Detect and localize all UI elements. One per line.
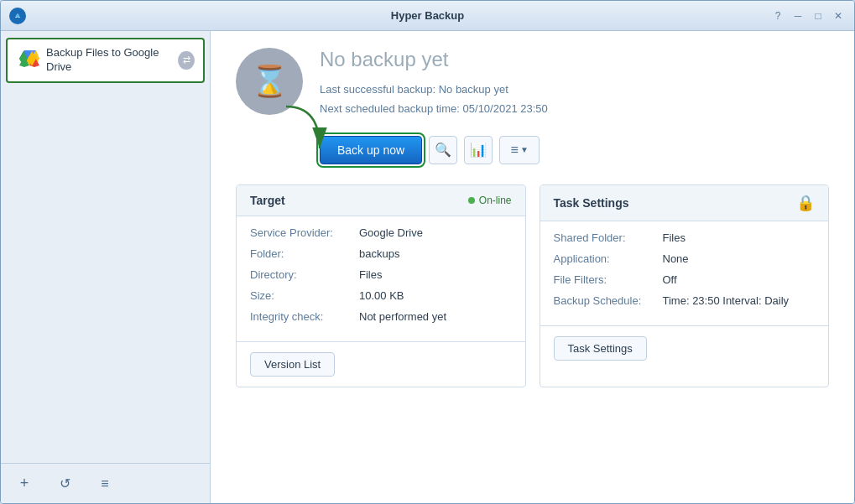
task-panel-title: Task Settings xyxy=(554,196,629,210)
next-backup-line: Next scheduled backup time: 05/10/2021 2… xyxy=(320,99,829,118)
backup-schedule-label: Backup Schedule: xyxy=(554,294,663,307)
file-filters-value: Off xyxy=(663,273,677,286)
shared-folder-label: Shared Folder: xyxy=(554,231,663,244)
sidebar-footer: + ↺ ≡ xyxy=(1,463,210,503)
sidebar-items: Backup Files to Google Drive ⇄ xyxy=(1,31,210,463)
task-panel-header: Task Settings 🔒 xyxy=(540,185,829,221)
folder-row: Folder: backups xyxy=(250,247,512,260)
online-dot xyxy=(468,197,475,204)
target-panel-header: Target On-line xyxy=(237,185,525,216)
target-panel-body: Service Provider: Google Drive Folder: b… xyxy=(237,216,525,341)
search-icon: 🔍 xyxy=(435,142,451,158)
window-controls: ? ─ □ ✕ xyxy=(770,8,846,23)
sidebar-item-google-drive[interactable]: Backup Files to Google Drive ⇄ xyxy=(6,38,205,83)
backup-info: No backup yet Last successful backup: No… xyxy=(320,48,829,119)
task-panel: Task Settings 🔒 Shared Folder: Files App… xyxy=(540,184,830,387)
online-status: On-line xyxy=(468,195,512,206)
sidebar-item-label: Backup Files to Google Drive xyxy=(46,46,171,75)
shared-folder-row: Shared Folder: Files xyxy=(554,231,816,244)
svg-point-1 xyxy=(16,14,19,18)
hourglass-icon: ⌛ xyxy=(236,48,303,115)
backup-icon-container: ⌛ xyxy=(236,48,303,115)
action-bar: Back up now 🔍 📊 ≡ ▼ xyxy=(320,136,829,164)
application-value: None xyxy=(663,252,689,265)
backup-schedule-value: Time: 23:50 Interval: Daily xyxy=(663,294,790,307)
backup-schedule-row: Backup Schedule: Time: 23:50 Interval: D… xyxy=(554,294,816,307)
next-backup-value: 05/10/2021 23:50 xyxy=(463,102,548,115)
lock-icon: 🔒 xyxy=(796,194,815,212)
directory-label: Directory: xyxy=(250,268,359,281)
chart-icon: 📊 xyxy=(470,142,487,158)
no-backup-title: No backup yet xyxy=(320,48,829,71)
content-area: ⌛ No backup yet xyxy=(211,31,854,503)
menu-icon: ≡ xyxy=(511,143,519,158)
last-backup-line: Last successful backup: No backup yet xyxy=(320,80,829,99)
integrity-value: Not performed yet xyxy=(359,310,446,323)
shared-folder-value: Files xyxy=(663,231,686,244)
help-button[interactable]: ? xyxy=(770,8,785,23)
log-button[interactable]: ≡ xyxy=(91,470,118,497)
next-backup-label: Next scheduled backup time: xyxy=(320,102,460,115)
app-window: Hyper Backup ? ─ □ ✕ xyxy=(0,0,855,504)
add-button[interactable]: + xyxy=(11,470,38,497)
task-settings-button[interactable]: Task Settings xyxy=(554,336,647,361)
application-row: Application: None xyxy=(554,252,816,265)
folder-value: backups xyxy=(359,247,399,260)
application-label: Application: xyxy=(554,252,663,265)
restore-button[interactable]: ↺ xyxy=(51,470,78,497)
menu-button[interactable]: ≡ ▼ xyxy=(499,136,540,164)
backup-header: ⌛ No backup yet xyxy=(236,48,829,119)
dropdown-icon: ▼ xyxy=(520,145,529,154)
sidebar-item-badge: ⇄ xyxy=(178,51,195,70)
target-panel-footer: Version List xyxy=(237,341,525,387)
google-drive-icon xyxy=(16,47,39,73)
service-provider-value: Google Drive xyxy=(359,226,423,239)
titlebar: Hyper Backup ? ─ □ ✕ xyxy=(1,1,854,31)
panels: Target On-line Service Provider: Google … xyxy=(236,184,829,387)
integrity-label: Integrity check: xyxy=(250,310,359,323)
directory-value: Files xyxy=(359,268,382,281)
minimize-button[interactable]: ─ xyxy=(790,8,805,23)
size-label: Size: xyxy=(250,289,359,302)
app-icon xyxy=(9,8,26,24)
maximize-button[interactable]: □ xyxy=(811,8,826,23)
last-backup-label: Last successful backup: xyxy=(320,83,435,96)
backup-meta: Last successful backup: No backup yet Ne… xyxy=(320,80,829,119)
file-filters-label: File Filters: xyxy=(554,273,663,286)
size-value: 10.00 KB xyxy=(359,289,404,302)
task-panel-body: Shared Folder: Files Application: None F… xyxy=(540,221,829,325)
target-panel: Target On-line Service Provider: Google … xyxy=(236,184,526,387)
backup-now-button[interactable]: Back up now xyxy=(320,136,422,164)
main-content: Backup Files to Google Drive ⇄ + ↺ ≡ xyxy=(1,31,854,503)
folder-label: Folder: xyxy=(250,247,359,260)
size-row: Size: 10.00 KB xyxy=(250,289,512,302)
window-title: Hyper Backup xyxy=(391,9,464,22)
svg-marker-6 xyxy=(19,65,29,67)
task-panel-footer: Task Settings xyxy=(540,325,829,371)
version-list-button[interactable]: Version List xyxy=(250,352,335,377)
target-panel-title: Target xyxy=(250,194,285,207)
titlebar-left xyxy=(9,8,26,24)
integrity-row: Integrity check: Not performed yet xyxy=(250,310,512,323)
file-filters-row: File Filters: Off xyxy=(554,273,816,286)
close-button[interactable]: ✕ xyxy=(831,8,846,23)
directory-row: Directory: Files xyxy=(250,268,512,281)
stats-button[interactable]: 📊 xyxy=(464,136,493,164)
service-provider-row: Service Provider: Google Drive xyxy=(250,226,512,239)
sidebar: Backup Files to Google Drive ⇄ + ↺ ≡ xyxy=(1,31,211,503)
service-provider-label: Service Provider: xyxy=(250,226,359,239)
search-button[interactable]: 🔍 xyxy=(429,136,457,164)
last-backup-value: No backup yet xyxy=(439,83,508,96)
online-label: On-line xyxy=(479,195,512,206)
svg-marker-7 xyxy=(29,65,39,67)
